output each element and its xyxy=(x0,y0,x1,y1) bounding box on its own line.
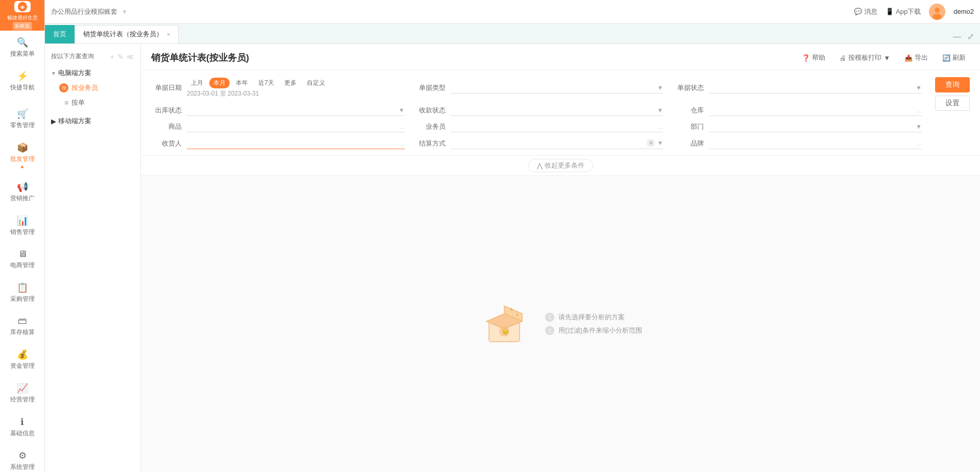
brand-control[interactable]: ... xyxy=(709,138,922,149)
salesperson-control[interactable]: ... xyxy=(451,121,664,132)
receipt-status-control[interactable]: ▼ xyxy=(451,105,664,116)
sidebar-label-wholesale: 批发管理 xyxy=(10,155,35,163)
export-icon: 📤 xyxy=(904,54,913,62)
sidebar-label-sales: 销售管理 xyxy=(10,228,35,237)
tip-num-1: 1 xyxy=(545,313,554,322)
tab-minimize-icon[interactable]: — xyxy=(951,30,963,43)
tab-home[interactable]: 首页 xyxy=(45,25,75,43)
department-control[interactable]: ▼ xyxy=(709,122,922,132)
date-tab-custom[interactable]: 自定义 xyxy=(303,78,329,88)
sidebar-item-operations[interactable]: 📈 经营管理 xyxy=(0,376,44,410)
filter-row-4: 收货人 ... 结算方式 × xyxy=(151,137,927,149)
date-filter-control[interactable]: 上月 本月 本年 近7天 更多 自定义 2023-03-01 至 2023-03… xyxy=(187,76,405,100)
search-menu-icon: 🔍 xyxy=(17,37,28,48)
finance-icon: 💰 xyxy=(17,349,28,360)
brand-more[interactable]: ... xyxy=(916,139,922,147)
settlement-arrow: ▼ xyxy=(657,139,663,147)
app-name-text: 畅捷通好生意 xyxy=(7,14,38,21)
consignee-cell: 收货人 ... xyxy=(151,138,410,149)
scheme-subitem-doc[interactable]: ≡ 按单 xyxy=(45,96,140,110)
user-avatar[interactable] xyxy=(929,4,945,20)
product-control[interactable]: ... xyxy=(187,121,405,132)
sidebar-item-inventory[interactable]: 🗃 库存核算 xyxy=(0,310,44,343)
refresh-button[interactable]: 🔄 刷新 xyxy=(938,51,970,64)
salesperson-more[interactable]: ... xyxy=(657,123,663,130)
consignee-label: 收货人 xyxy=(151,139,187,148)
date-tab-last-7[interactable]: 近7天 xyxy=(254,78,278,88)
sidebar-item-marketing[interactable]: 📢 营销推广 xyxy=(0,175,44,209)
sidebar-item-wholesale[interactable]: 📦 批发管理 ▲ xyxy=(0,136,44,175)
warehouse-more[interactable]: ... xyxy=(916,106,922,114)
sidebar-item-sales[interactable]: 📊 销售管理 xyxy=(0,209,44,243)
help-button[interactable]: ❓ 帮助 xyxy=(798,51,829,64)
print-dropdown-arrow[interactable]: ▼ xyxy=(884,54,890,62)
sidebar-item-basic[interactable]: ℹ 基础信息 xyxy=(0,410,44,444)
print-button[interactable]: 🖨 按模板打印 ▼ xyxy=(836,51,894,64)
sales-icon: 📊 xyxy=(17,215,28,226)
date-tab-this-year[interactable]: 本年 xyxy=(232,78,252,88)
settlement-control[interactable]: × ▼ xyxy=(451,137,664,149)
left-panel-title: 按以下方案查询 xyxy=(51,52,107,61)
tab-close-button[interactable]: × xyxy=(167,31,170,37)
out-status-control[interactable]: ▼ xyxy=(187,105,405,116)
sidebar-item-finance[interactable]: 💰 资金管理 xyxy=(0,343,44,376)
salesperson-cell: 业务员 ... xyxy=(410,121,669,132)
settings-button[interactable]: 设置 xyxy=(935,96,970,111)
tip-text-2: 用[过滤]条件来缩小分析范围 xyxy=(558,326,642,335)
scheme-item-salesperson[interactable]: 按 按业务员 xyxy=(45,80,140,96)
sidebar-item-ecommerce[interactable]: 🖥 电商管理 xyxy=(0,243,44,276)
collapse-up-icon: ⋀ xyxy=(537,162,543,170)
collapse-row: ⋀ 收起更多条件 xyxy=(141,156,980,176)
top-bar-left: 办公用品行业模拟账套 ▼ xyxy=(51,7,854,16)
doc-status-cell: 单据状态 ▼ xyxy=(668,83,927,93)
app-logo[interactable]: 畅捷通好生意 标账版 xyxy=(0,0,45,31)
date-tabs: 上月 本月 本年 近7天 更多 自定义 xyxy=(187,78,329,88)
out-status-label: 出库状态 xyxy=(151,106,187,115)
page-actions: ❓ 帮助 🖨 按模板打印 ▼ 📤 导出 🔄 刷新 xyxy=(798,51,970,64)
main-area: 办公用品行业模拟账套 ▼ 💬 消息 📱 App下载 demo2 xyxy=(45,0,980,472)
mobile-group-header[interactable]: ▶ 移动端方案 xyxy=(45,114,140,128)
collapse-panel-button[interactable]: ≪ xyxy=(127,53,134,61)
inventory-icon: 🗃 xyxy=(18,316,27,326)
date-tab-more[interactable]: 更多 xyxy=(280,78,301,88)
add-scheme-button[interactable]: + xyxy=(110,53,114,61)
messages-button[interactable]: 💬 消息 xyxy=(854,7,877,16)
settlement-clear-button[interactable]: × xyxy=(647,139,655,147)
scheme-doc-label: 按单 xyxy=(71,98,85,107)
tab-maximize-icon[interactable]: ⤢ xyxy=(965,30,976,43)
svg-text:😔: 😔 xyxy=(502,328,509,335)
left-panel: 按以下方案查询 + ✎ ≪ ▼ 电脑端方案 按 按业务员 ≡ 按 xyxy=(45,44,141,472)
active-tab-label: 销货单统计表（按业务员） xyxy=(83,30,163,39)
tab-active[interactable]: 销货单统计表（按业务员） × xyxy=(75,25,179,43)
consignee-more[interactable]: ... xyxy=(399,139,405,147)
warehouse-control[interactable]: ... xyxy=(709,105,922,116)
date-range-text: 2023-03-01 至 2023-03-31 xyxy=(187,89,259,98)
app-subtitle: 标账版 xyxy=(13,22,32,30)
sidebar-item-system[interactable]: ⚙ 系统管理 xyxy=(0,444,44,472)
action-buttons: 查询 设置 xyxy=(927,76,970,111)
export-button[interactable]: 📤 导出 xyxy=(900,51,932,64)
doc-type-cell: 单据类型 ▼ xyxy=(410,83,669,93)
doc-status-control[interactable]: ▼ xyxy=(709,83,922,93)
doc-type-control[interactable]: ▼ xyxy=(451,83,664,93)
query-button[interactable]: 查询 xyxy=(935,77,970,92)
date-tab-this-month[interactable]: 本月 xyxy=(209,78,230,88)
sidebar-item-purchase[interactable]: 📋 采购管理 xyxy=(0,276,44,310)
sidebar-label-finance: 资金管理 xyxy=(10,362,35,370)
desktop-scheme-group: ▼ 电脑端方案 按 按业务员 ≡ 按单 xyxy=(45,64,140,112)
sidebar-item-quick-nav[interactable]: ⚡ 快捷导航 xyxy=(0,64,44,98)
sidebar-item-search-menu[interactable]: 🔍 搜索菜单 xyxy=(0,31,44,64)
collapse-button[interactable]: ⋀ 收起更多条件 xyxy=(528,159,593,172)
user-name[interactable]: demo2 xyxy=(953,8,974,15)
consignee-control[interactable]: ... xyxy=(187,138,405,149)
product-more[interactable]: ... xyxy=(399,123,405,130)
empty-tip-2: 2 用[过滤]条件来缩小分析范围 xyxy=(545,326,642,335)
edit-scheme-button[interactable]: ✎ xyxy=(117,53,124,61)
app-download-button[interactable]: 📱 App下载 xyxy=(886,7,921,16)
sidebar-item-retail[interactable]: 🛒 零售管理 xyxy=(0,102,44,136)
date-tab-last-month[interactable]: 上月 xyxy=(187,78,207,88)
desktop-group-header[interactable]: ▼ 电脑端方案 xyxy=(45,66,140,80)
scheme-doc-icon: ≡ xyxy=(64,99,68,107)
operations-icon: 📈 xyxy=(17,383,28,394)
refresh-icon: 🔄 xyxy=(942,54,950,62)
